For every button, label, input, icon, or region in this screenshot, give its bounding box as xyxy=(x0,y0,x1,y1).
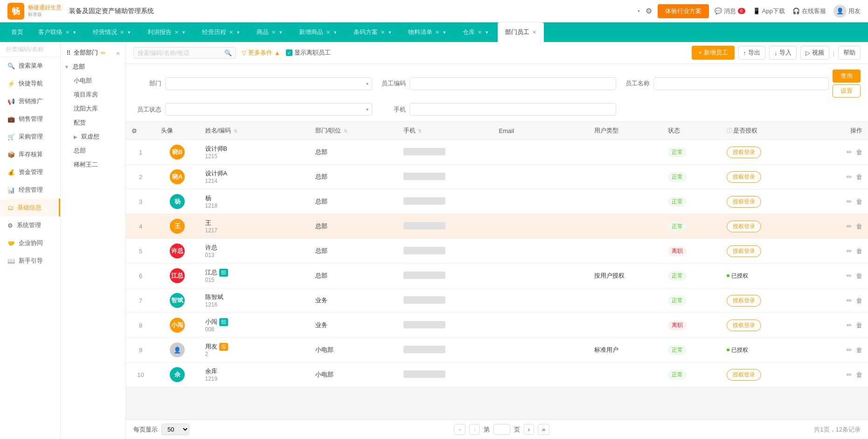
delete-icon[interactable]: 🗑 xyxy=(856,247,862,255)
status-select[interactable] xyxy=(165,103,372,116)
export-btn[interactable]: ↑ 导出 xyxy=(738,46,766,60)
emp-code-input[interactable] xyxy=(410,77,617,90)
message-btn[interactable]: 💬 消息 6 xyxy=(715,7,745,15)
edit-icon[interactable]: ✏ xyxy=(847,321,852,329)
sort-icon[interactable]: ⇅ xyxy=(234,128,237,133)
tab-employees[interactable]: 部门员工✕ xyxy=(498,22,544,42)
dept-collapse-icon[interactable]: « xyxy=(117,49,120,56)
sidebar-item-basic[interactable]: 🗂 基础信息 xyxy=(0,199,60,216)
phone-input[interactable] xyxy=(410,103,617,116)
sidebar-item-quicknav[interactable]: ⚡ 快捷导航 xyxy=(0,75,60,92)
delete-icon[interactable]: 🗑 xyxy=(856,321,862,329)
delete-icon[interactable]: 🗑 xyxy=(856,198,862,205)
system-title-arrow[interactable]: ▾ xyxy=(638,8,640,14)
online-service-btn[interactable]: 🎧 在线客服 xyxy=(792,7,826,15)
edit-icon[interactable]: ✏ xyxy=(847,346,852,354)
col-settings[interactable]: ⚙ xyxy=(126,122,155,140)
dept-item-zongbu[interactable]: 总部 xyxy=(61,144,125,158)
sidebar-item-marketing[interactable]: 📢 营销推广 xyxy=(0,92,60,110)
sidebar-search-input[interactable] xyxy=(6,46,61,53)
auth-login-btn[interactable]: 授权登录 xyxy=(727,196,761,208)
tab-warehouse[interactable]: 仓库✕▾ xyxy=(455,22,498,42)
view-btn[interactable]: ▷ 视频 xyxy=(800,46,829,60)
prev-page-btn[interactable]: ‹ xyxy=(469,424,479,435)
search-icon[interactable]: 🔍 xyxy=(224,49,232,56)
edit-icon[interactable]: ✏ xyxy=(847,247,852,255)
dept-item-xishu[interactable]: 稀树王二 xyxy=(61,158,125,172)
tab-operation[interactable]: 经营情况✕▾ xyxy=(85,22,140,42)
close-icon[interactable]: ✕ xyxy=(532,29,536,35)
search-input[interactable] xyxy=(138,49,222,56)
user-area[interactable]: 👤 用友 xyxy=(833,5,861,18)
delete-icon[interactable]: 🗑 xyxy=(856,223,862,230)
edit-icon[interactable]: ✏ xyxy=(847,223,852,230)
edit-icon[interactable]: ✏ xyxy=(847,297,852,304)
last-page-btn[interactable]: » xyxy=(538,424,549,435)
edit-icon[interactable]: ✏ xyxy=(847,173,852,181)
search-btn[interactable]: 查询 xyxy=(833,70,861,83)
tab-bom[interactable]: 物料清单✕▾ xyxy=(401,22,455,42)
close-icon[interactable]: ✕ xyxy=(229,29,233,35)
auth-login-btn[interactable]: 授权登录 xyxy=(727,295,761,307)
tab-home[interactable]: 首页 xyxy=(4,22,31,42)
page-size-select[interactable]: 50 20 100 xyxy=(161,424,189,435)
import-btn[interactable]: ↓ 导入 xyxy=(769,46,797,60)
auth-login-btn[interactable]: 授权登录 xyxy=(727,146,761,158)
first-page-btn[interactable]: « xyxy=(454,424,465,435)
sidebar-item-sales[interactable]: 💼 销售管理 xyxy=(0,110,60,128)
dept-item-kufang[interactable]: 项目库房 xyxy=(61,88,125,102)
sidebar-item-system[interactable]: ⚙ 系统管理 xyxy=(0,216,60,234)
delete-icon[interactable]: 🗑 xyxy=(856,173,862,181)
dept-edit-icon[interactable]: ✏ xyxy=(101,49,106,56)
close-icon[interactable]: ✕ xyxy=(120,29,124,35)
auth-login-btn[interactable]: 授权登录 xyxy=(727,320,761,331)
show-departed-toggle[interactable]: ✓ 显示离职员工 xyxy=(286,49,331,57)
dept-item-xiaodibu[interactable]: 小电部 xyxy=(61,74,125,88)
more-filter-btn[interactable]: ▽ 更多条件 ▲ xyxy=(242,49,280,57)
settings-gear-icon[interactable]: ⚙ xyxy=(646,7,652,15)
dept-select[interactable] xyxy=(165,77,372,90)
sidebar-item-management[interactable]: 📊 经营管理 xyxy=(0,181,60,199)
edit-icon[interactable]: ✏ xyxy=(847,272,852,279)
dept-item-shenyang[interactable]: 沈阳大库 xyxy=(61,102,125,116)
dept-item-root[interactable]: ▼ 总部 xyxy=(61,60,125,74)
close-icon[interactable]: ✕ xyxy=(435,29,439,35)
auth-login-btn[interactable]: 授权登录 xyxy=(727,369,761,381)
delete-icon[interactable]: 🗑 xyxy=(856,297,862,304)
sidebar-item-inventory[interactable]: 📦 库存核算 xyxy=(0,146,60,163)
edit-icon[interactable]: ✏ xyxy=(847,198,852,205)
emp-name-input[interactable] xyxy=(653,77,829,90)
tab-new-goods[interactable]: 新增商品✕▾ xyxy=(292,22,346,42)
delete-icon[interactable]: 🗑 xyxy=(856,371,862,378)
trial-btn[interactable]: 体验行业方案 xyxy=(658,4,709,18)
info-icon[interactable]: ⓘ xyxy=(727,127,732,134)
close-icon[interactable]: ✕ xyxy=(478,29,482,35)
close-icon[interactable]: ✕ xyxy=(174,29,179,35)
auth-login-btn[interactable]: 授权登录 xyxy=(727,171,761,183)
tab-goods[interactable]: 商品✕▾ xyxy=(249,22,292,42)
sort-icon[interactable]: ⇅ xyxy=(344,128,347,133)
close-icon[interactable]: ✕ xyxy=(326,29,330,35)
tab-barcode[interactable]: 条码方案✕▾ xyxy=(346,22,401,42)
delete-icon[interactable]: 🗑 xyxy=(856,148,862,156)
dept-item-shuangxu[interactable]: ▶ 双虚想 xyxy=(61,130,125,144)
next-page-btn[interactable]: › xyxy=(524,424,534,435)
col-dept-header[interactable]: 部门/职位 ⇅ xyxy=(310,122,398,140)
close-icon[interactable]: ✕ xyxy=(381,29,385,35)
auth-login-btn[interactable]: 授权登录 xyxy=(727,245,761,257)
sort-icon[interactable]: ⇅ xyxy=(418,128,422,133)
sidebar-item-collab[interactable]: 🤝 企业协同 xyxy=(0,234,60,252)
set-btn[interactable]: 设置 xyxy=(833,84,861,98)
close-icon[interactable]: ✕ xyxy=(271,29,276,35)
sidebar-item-purchase[interactable]: 🛒 采购管理 xyxy=(0,128,60,146)
sidebar-item-search[interactable]: 🔍 搜索菜单 xyxy=(0,57,60,75)
app-download-btn[interactable]: 📱 App下载 xyxy=(753,7,785,15)
page-input[interactable]: 1 xyxy=(493,424,510,435)
close-icon[interactable]: ✕ xyxy=(65,29,69,35)
col-phone-header[interactable]: 手机 ⇅ xyxy=(398,122,493,140)
delete-icon[interactable]: 🗑 xyxy=(856,346,862,354)
auth-login-btn[interactable]: 授权登录 xyxy=(727,221,761,232)
sidebar-item-guide[interactable]: 📖 新手引导 xyxy=(0,252,60,270)
dept-item-peihuo[interactable]: 配货 xyxy=(61,116,125,130)
col-name-header[interactable]: 姓名/编码 ⇅ xyxy=(200,122,310,140)
